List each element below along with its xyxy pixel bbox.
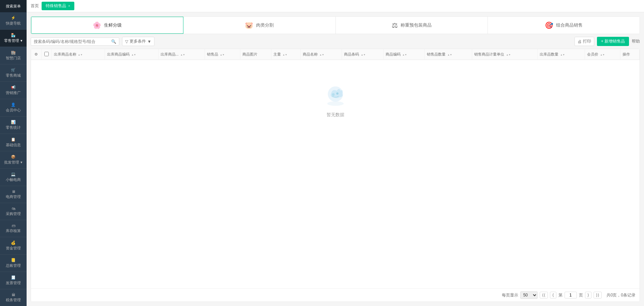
search-box[interactable]: 🔍: [31, 37, 119, 46]
sidebar-item-label: 采购管理: [6, 211, 21, 216]
sidebar-item-quicknav[interactable]: ⚡ 快捷导航: [0, 12, 27, 30]
sidebar-item-label: 总账管理: [6, 263, 21, 268]
th-goods-barcode: 商品条码 ▲▼: [342, 49, 383, 60]
sidebar-item-marketing[interactable]: 📢 营销推广: [0, 82, 27, 99]
sidebar-item-label: 资金管理: [6, 246, 21, 251]
next-page-button[interactable]: ⟩: [585, 292, 591, 299]
svg-point-2: [332, 93, 334, 96]
pagination-total: 共0页，0条记录: [606, 292, 635, 298]
sidebar-item-mall[interactable]: 🛒 零售商城: [0, 64, 27, 82]
sort-icon[interactable]: ▲▼: [78, 53, 83, 56]
sidebar-item-retail[interactable]: 🏪 零售管理 ▾: [0, 30, 27, 47]
help-button[interactable]: 帮助: [632, 39, 640, 44]
filter-button[interactable]: ▽ 更多条件 ▼: [122, 37, 154, 46]
sort-icon[interactable]: ▲▼: [319, 53, 324, 56]
sidebar-item-label: 库存核算: [6, 228, 21, 233]
tax-icon: 🏛: [12, 293, 15, 297]
th-member-price: 会员价 ▲▼: [585, 49, 620, 60]
sidebar-item-invoice[interactable]: 🧾 发票管理: [0, 272, 27, 289]
th-settings[interactable]: ⚙: [31, 49, 41, 60]
sort-icon[interactable]: ▲▼: [180, 53, 185, 56]
sort-icon[interactable]: ▲▼: [131, 53, 136, 56]
filter-icon: ▽: [125, 39, 128, 44]
member-icon: 👤: [11, 103, 16, 107]
sort-icon[interactable]: ▲▼: [361, 53, 366, 56]
search-input[interactable]: [34, 39, 110, 44]
per-page-select[interactable]: 50 10 20 100: [520, 291, 538, 299]
weigh-tab-label: 称重预包装商品: [401, 22, 432, 28]
topbar-home[interactable]: 首页: [31, 3, 39, 9]
th-sale-qty: 销售品数量 ▲▼: [425, 49, 472, 60]
sidebar-item-label: 会员中心: [6, 108, 21, 113]
toolbar-left: 🔍 ▽ 更多条件 ▼: [31, 37, 154, 46]
smartstore-icon: 🏬: [11, 50, 16, 55]
meat-tab-icon: 🐷: [245, 21, 253, 29]
page-label-after: 页: [579, 292, 583, 298]
sort-icon[interactable]: ▲▼: [220, 53, 225, 56]
sidebar-item-ecommerce-mgmt[interactable]: 🖥 电商管理: [0, 186, 27, 203]
data-table: ⚙ 出库商品名称 ▲▼ 出库商品编码 ▲▼: [31, 49, 640, 60]
sidebar-item-label: 智慧门店: [6, 56, 21, 61]
new-sale-item-button[interactable]: + 新增销售品: [597, 37, 629, 46]
sort-icon[interactable]: ▲▼: [600, 53, 605, 56]
sidebar-item-ledger[interactable]: 📒 总账管理: [0, 255, 27, 272]
sidebar-item-label: 批发管理 ▾: [4, 160, 22, 165]
sidebar-item-member[interactable]: 👤 会员中心: [0, 99, 27, 117]
sort-icon[interactable]: ▲▼: [560, 53, 565, 56]
sort-icon[interactable]: ▲▼: [506, 53, 511, 56]
sidebar-item-wholesale[interactable]: 📦 批发管理 ▾: [0, 151, 27, 169]
select-all-checkbox[interactable]: [44, 52, 49, 56]
th-goods-name: 商品名称 ▲▼: [301, 49, 342, 60]
purchase-icon: 🛍: [12, 206, 15, 211]
filter-arrow-icon: ▼: [147, 39, 151, 44]
sort-icon[interactable]: ▲▼: [283, 53, 287, 56]
combo-tab-label: 组合商品销售: [556, 22, 583, 28]
th-checkbox[interactable]: [41, 49, 51, 60]
main-content: 首页 特殊销售品 × 🌸 生鲜分级 🐷 肉类分割 ⚖ 称重预包装商品 🎯 组合商…: [27, 0, 644, 306]
close-icon[interactable]: ×: [68, 4, 70, 8]
print-button[interactable]: 🖨 打印: [574, 37, 594, 46]
fresh-tab-icon: 🌸: [93, 21, 101, 29]
last-page-button[interactable]: ⟩⟩: [594, 292, 602, 299]
wholesale-icon: 📦: [11, 155, 16, 159]
sidebar-item-inventory[interactable]: 🗃 库存核算: [0, 220, 27, 237]
sidebar-item-ecommerce-small[interactable]: 💻 小畅电商: [0, 169, 27, 186]
sidebar-item-baseinfo1[interactable]: 📋 基础信息: [0, 134, 27, 151]
filter-label: 更多条件: [130, 39, 146, 44]
sidebar-item-smartstore[interactable]: 🏬 智慧门店: [0, 47, 27, 64]
sidebar-item-tax[interactable]: 🏛 税务管理: [0, 289, 27, 306]
svg-point-0: [327, 102, 344, 106]
category-tab-weigh[interactable]: ⚖ 称重预包装商品: [336, 17, 488, 34]
first-page-button[interactable]: ⟨⟨: [540, 292, 548, 299]
th-out-spec: 出库商品... ▲▼: [158, 49, 205, 60]
sidebar-item-label: 小畅电商: [6, 177, 21, 182]
prev-page-button[interactable]: ⟨: [550, 292, 556, 299]
mall-icon: 🛒: [11, 68, 16, 72]
combo-tab-icon: 🎯: [545, 21, 553, 29]
toolbar-right: 🖨 打印 + 新增销售品 帮助: [574, 37, 640, 46]
sidebar-item-finance[interactable]: 💰 资金管理: [0, 237, 27, 255]
empty-text: 暂无数据: [327, 112, 344, 118]
sidebar-logo[interactable]: 搜索菜单: [0, 0, 27, 12]
search-icon: 🔍: [111, 39, 116, 44]
category-tab-meat[interactable]: 🐷 肉类分割: [183, 17, 335, 34]
page-input[interactable]: [565, 292, 577, 299]
data-table-container: ⚙ 出库商品名称 ▲▼ 出库商品编码 ▲▼: [31, 49, 640, 302]
category-tab-combo[interactable]: 🎯 组合商品销售: [488, 17, 640, 34]
invoice-icon: 🧾: [11, 275, 16, 280]
category-tab-fresh[interactable]: 🌸 生鲜分级: [31, 16, 184, 34]
svg-point-3: [336, 92, 338, 94]
sidebar-item-retailstats[interactable]: 📊 零售统计: [0, 117, 27, 134]
retailstats-icon: 📊: [11, 120, 16, 124]
sidebar-item-purchase[interactable]: 🛍 采购管理: [0, 203, 27, 220]
sidebar-logo-text: 搜索菜单: [6, 4, 21, 9]
toolbar: 🔍 ▽ 更多条件 ▼ 🖨 打印 + 新增销售品 帮助: [31, 37, 640, 46]
th-action: 操作: [620, 49, 639, 60]
meat-tab-label: 肉类分割: [256, 22, 274, 28]
topbar-tab-special-sales[interactable]: 特殊销售品 ×: [42, 2, 74, 10]
table-wrapper: ⚙ 出库商品名称 ▲▼ 出库商品编码 ▲▼: [31, 49, 640, 288]
empty-illustration: [322, 80, 349, 108]
sidebar: 搜索菜单 ⚡ 快捷导航 🏪 零售管理 ▾ 🏬 智慧门店 🛒 零售商城 📢 营销推…: [0, 0, 27, 306]
sort-icon[interactable]: ▲▼: [402, 53, 407, 56]
sort-icon[interactable]: ▲▼: [447, 53, 452, 56]
